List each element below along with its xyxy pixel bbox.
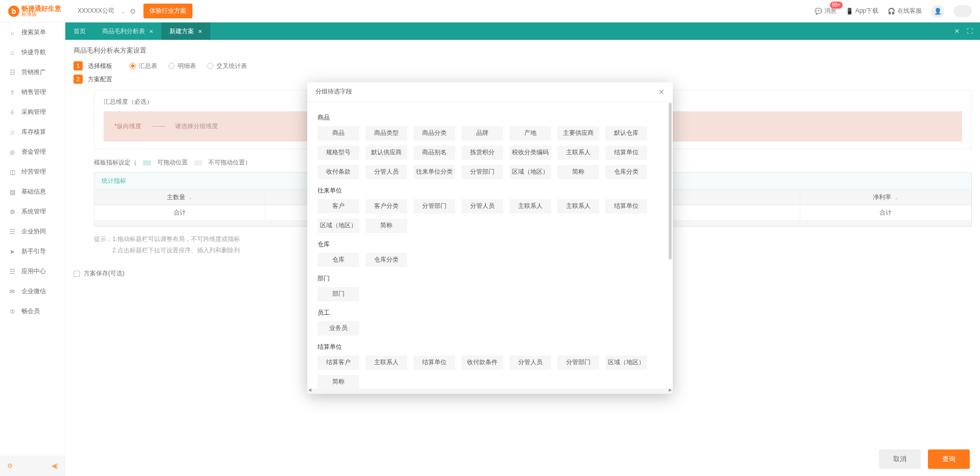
field-option[interactable]: 分管部门	[413, 199, 455, 213]
radio-0[interactable]: 汇总表	[130, 62, 157, 70]
fullscreen-icon[interactable]: ⛶	[967, 28, 973, 35]
field-option[interactable]: 分管部门	[557, 355, 599, 370]
field-option[interactable]: 税收分类编码	[509, 146, 551, 160]
tab-close-all-icon[interactable]: ✕	[954, 28, 960, 35]
field-option[interactable]: 仓库分类	[365, 253, 407, 267]
field-option[interactable]: 商品类型	[365, 126, 407, 140]
sidebar-item-12[interactable]: ☷应用中心	[0, 261, 65, 281]
sidebar-item-3[interactable]: ⇪销售管理	[0, 82, 65, 102]
sidebar-item-11[interactable]: ➤新手引导	[0, 242, 65, 261]
field-option[interactable]: 主联系人	[365, 355, 407, 370]
company-select[interactable]: XXXXXX公司 ⌄	[78, 7, 126, 15]
step-2-badge: 2	[74, 75, 83, 84]
field-option[interactable]: 分管人员	[461, 199, 503, 213]
sidebar-item-label: 销售管理	[21, 88, 46, 97]
field-option[interactable]: 收付条款	[317, 165, 359, 179]
field-option[interactable]: 客户分类	[365, 199, 407, 213]
field-option[interactable]: 主联系人	[557, 199, 599, 213]
user-pill[interactable]	[953, 5, 972, 17]
query-button[interactable]: 查询	[928, 449, 970, 469]
field-option[interactable]: 结算单位	[413, 355, 455, 370]
collapse-icon[interactable]: ◀|	[52, 462, 58, 469]
sidebar-icon: ☷	[8, 228, 16, 235]
sidebar-item-8[interactable]: ▤基础信息	[0, 182, 65, 202]
field-option[interactable]: 仓库分类	[605, 165, 647, 179]
field-option[interactable]: 往来单位分类	[413, 165, 455, 179]
close-icon[interactable]: ✕	[658, 88, 665, 96]
online-service-link[interactable]: 🎧 在线客服	[888, 7, 922, 15]
save-checkbox[interactable]	[74, 271, 80, 277]
modal-hscrollbar[interactable]	[307, 389, 673, 394]
sidebar-item-label: 采购管理	[21, 108, 46, 116]
grid-header-0[interactable]: 主数量⌄	[94, 190, 265, 205]
avatar[interactable]: 👤	[931, 5, 944, 18]
modal-vscrollbar[interactable]	[669, 103, 672, 388]
tab-close-icon[interactable]: ✕	[149, 29, 153, 34]
field-group-title: 往来单位	[317, 179, 663, 199]
tab-2[interactable]: 新建方案✕	[161, 22, 210, 40]
field-option[interactable]: 收付款条件	[461, 355, 503, 370]
sidebar-item-4[interactable]: ⇩采购管理	[0, 102, 65, 122]
sidebar-item-10[interactable]: ☷企业协同	[0, 222, 65, 242]
field-option[interactable]: 结算客户	[317, 355, 359, 370]
field-option[interactable]: 商品分类	[413, 126, 455, 140]
sidebar-item-0[interactable]: ⌕搜索菜单	[0, 22, 65, 42]
app-download-link[interactable]: 📱 App下载	[846, 7, 878, 15]
save-label: 方案保存(可选)	[84, 269, 125, 278]
field-option[interactable]: 区域（地区）	[509, 165, 551, 179]
settings-icon[interactable]: ⚙	[7, 462, 13, 469]
gear-icon[interactable]: ⚙	[130, 7, 136, 15]
field-option[interactable]: 主联系人	[509, 199, 551, 213]
cancel-button[interactable]: 取消	[879, 449, 921, 469]
field-option[interactable]: 品牌	[461, 126, 503, 140]
message-icon: 💬	[815, 8, 822, 15]
field-option[interactable]: 分管人员	[365, 165, 407, 179]
sidebar-item-label: 应用中心	[21, 267, 46, 276]
field-option[interactable]: 简称	[557, 165, 599, 179]
field-option[interactable]: 结算单位	[605, 199, 647, 213]
field-option[interactable]: 规格型号	[317, 146, 359, 160]
trial-button[interactable]: 体验行业方案	[143, 4, 192, 18]
legend-drag-icon	[143, 160, 151, 165]
sidebar-item-1[interactable]: ⌂快捷导航	[0, 42, 65, 62]
field-option[interactable]: 分管人员	[509, 355, 551, 370]
chevron-down-icon: ⌄	[120, 8, 126, 15]
tab-close-icon[interactable]: ✕	[198, 29, 202, 34]
field-option[interactable]: 主联系人	[557, 146, 599, 160]
field-option[interactable]: 部门	[317, 287, 359, 301]
field-option[interactable]: 简称	[317, 375, 359, 389]
field-option[interactable]: 默认仓库	[605, 126, 647, 140]
field-option[interactable]: 仓库	[317, 253, 359, 267]
messages-link[interactable]: 💬 消息 99+	[815, 7, 837, 15]
field-option[interactable]: 默认供应商	[365, 146, 407, 160]
field-option[interactable]: 商品别名	[413, 146, 455, 160]
tab-1[interactable]: 商品毛利分析表✕	[94, 22, 161, 40]
step-2-label: 方案配置	[88, 75, 112, 84]
tab-0[interactable]: 首页	[65, 22, 94, 40]
field-option[interactable]: 拣货积分	[461, 146, 503, 160]
grid-header-3[interactable]: 净利率⌄	[800, 190, 971, 205]
page-title: 商品毛利分析表方案设置	[65, 40, 980, 61]
sidebar-item-14[interactable]: ♔畅会员	[0, 301, 65, 321]
indicator-label: 模板指标设定（	[94, 158, 137, 167]
sidebar-item-2[interactable]: ☷营销推广	[0, 62, 65, 82]
field-option[interactable]: 分管部门	[461, 165, 503, 179]
sidebar-item-13[interactable]: ✉企业微信	[0, 281, 65, 301]
sidebar-item-5[interactable]: ⌂库存核算	[0, 122, 65, 142]
field-option[interactable]: 区域（地区）	[317, 219, 359, 233]
sidebar-icon: ✉	[8, 288, 16, 295]
field-option[interactable]: 区域（地区）	[605, 355, 647, 370]
sidebar-item-9[interactable]: ⚙系统管理	[0, 202, 65, 222]
radio-1[interactable]: 明细表	[168, 62, 196, 70]
field-option[interactable]: 产地	[509, 126, 551, 140]
field-option[interactable]: 主要供应商	[557, 126, 599, 140]
radio-2[interactable]: 交叉统计表	[207, 62, 247, 70]
field-option[interactable]: 客户	[317, 199, 359, 213]
field-option[interactable]: 商品	[317, 126, 359, 140]
field-option[interactable]: 业务员	[317, 321, 359, 336]
sidebar-item-6[interactable]: ◎资金管理	[0, 142, 65, 162]
field-option[interactable]: 简称	[365, 219, 407, 233]
sidebar-item-7[interactable]: ◫经营管理	[0, 162, 65, 182]
field-option[interactable]: 结算单位	[605, 146, 647, 160]
headset-icon: 🎧	[888, 8, 895, 15]
